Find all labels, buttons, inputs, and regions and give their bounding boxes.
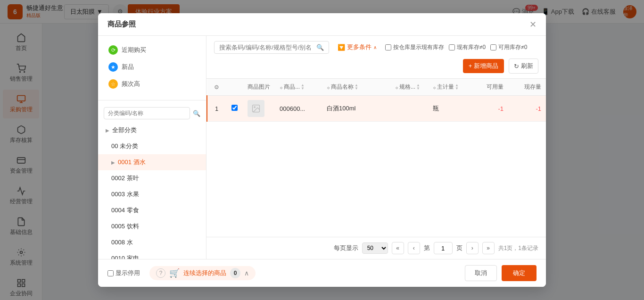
category-search-input[interactable] bbox=[104, 107, 190, 119]
quick-nav-new[interactable]: ★ 新品 bbox=[104, 58, 200, 75]
footer-cart[interactable]: ? 🛒 连续选择的商品 0 ∧ bbox=[149, 266, 256, 280]
row-checkbox-cell[interactable] bbox=[226, 96, 243, 122]
cat-item-all[interactable]: ▶ 全部分类 bbox=[98, 122, 206, 138]
page-number-input[interactable] bbox=[434, 242, 453, 254]
add-product-btn[interactable]: + 新增商品 bbox=[463, 59, 504, 73]
th-avail: 可用量 bbox=[466, 79, 508, 96]
modal-close-button[interactable]: ✕ bbox=[529, 24, 537, 29]
more-filter-btn[interactable]: 🔽 更多条件 ∧ bbox=[334, 41, 380, 54]
freq-icon: ☆ bbox=[108, 79, 118, 89]
content-area: 商品参照 ✕ ⟳ 近期购买 ★ 新品 bbox=[42, 24, 644, 300]
category-tree: ▶ 全部分类 00 未分类 ▶ 0001 酒水 0002 茶 bbox=[98, 122, 206, 259]
refresh-btn[interactable]: ↻ 刷新 bbox=[509, 58, 538, 74]
cat-item-0001[interactable]: ▶ 0001 酒水 bbox=[98, 154, 206, 170]
product-search-input[interactable] bbox=[219, 44, 314, 51]
left-divider bbox=[98, 100, 206, 100]
footer-right: 取消 确定 bbox=[465, 265, 537, 281]
help-icon[interactable]: ? bbox=[156, 268, 165, 278]
category-search: 🔍 bbox=[98, 104, 206, 122]
cat-item-00[interactable]: 00 未分类 bbox=[98, 138, 206, 154]
confirm-btn[interactable]: 确定 bbox=[502, 265, 537, 281]
product-search-icon[interactable]: 🔍 bbox=[316, 44, 324, 51]
main-layout: 首页 销售管理 采购管理 库存核算 资金管理 经营管理 基础信息 系统管理 bbox=[0, 24, 644, 300]
product-search-wrap: 🔍 bbox=[214, 41, 329, 54]
product-thumb bbox=[248, 100, 264, 117]
prev-page-btn[interactable]: ‹ bbox=[408, 242, 420, 254]
product-table-wrap: ⚙ 商品图片 ⬦ 商品... bbox=[206, 79, 546, 237]
row-name: 白酒100ml bbox=[322, 96, 390, 122]
th-check bbox=[226, 79, 243, 96]
cat-item-0004[interactable]: 0004 零食 bbox=[98, 202, 206, 218]
show-disabled-checkbox[interactable] bbox=[107, 270, 114, 276]
filter-bar: 🔍 🔽 更多条件 ∧ 按仓库显示现有库存 bbox=[206, 36, 546, 79]
cat-item-0002[interactable]: 0002 茶叶 bbox=[98, 170, 206, 186]
recent-icon: ⟳ bbox=[108, 45, 118, 55]
row-unit: 瓶 bbox=[428, 96, 466, 122]
th-name[interactable]: ⬦ 商品名称 ▲▼ bbox=[322, 79, 390, 96]
row-checkbox[interactable] bbox=[231, 105, 238, 111]
new-icon: ★ bbox=[108, 62, 118, 72]
pagination-bar: 每页显示 50 20 100 « ‹ 第 页 › bbox=[206, 237, 546, 259]
product-ref-modal: 商品参照 ✕ ⟳ 近期购买 ★ 新品 bbox=[98, 24, 546, 287]
filter-available-stock[interactable]: 可用库存≠0 bbox=[490, 43, 527, 51]
cat-item-0003[interactable]: 0003 水果 bbox=[98, 186, 206, 202]
right-panel: 🔍 🔽 更多条件 ∧ 按仓库显示现有库存 bbox=[206, 36, 546, 259]
th-img: 商品图片 bbox=[243, 79, 275, 96]
filter-available-stock-checkbox[interactable] bbox=[490, 44, 496, 50]
row-spec bbox=[390, 96, 428, 122]
filter-positive-stock-checkbox[interactable] bbox=[449, 44, 455, 50]
left-panel: ⟳ 近期购买 ★ 新品 ☆ 频次高 bbox=[98, 36, 206, 259]
row-img-cell bbox=[243, 96, 275, 122]
cat-item-0008[interactable]: 0008 水 bbox=[98, 234, 206, 250]
th-code[interactable]: ⬦ 商品... ▲▼ bbox=[275, 79, 322, 96]
row-avail: -1 bbox=[466, 96, 508, 122]
table-header-row: ⚙ 商品图片 ⬦ 商品... bbox=[207, 79, 546, 96]
quick-nav: ⟳ 近期购买 ★ 新品 ☆ 频次高 bbox=[98, 42, 206, 96]
cat-item-0005[interactable]: 0005 饮料 bbox=[98, 218, 206, 234]
last-page-btn[interactable]: » bbox=[482, 242, 495, 254]
row-num: 1 bbox=[207, 96, 226, 122]
filter-positive-stock[interactable]: 现有库存≠0 bbox=[449, 43, 486, 51]
th-unit[interactable]: ⬦ 主计量 ▲▼ bbox=[428, 79, 466, 96]
modal-footer: 显示停用 ? 🛒 连续选择的商品 0 ∧ 取消 确定 bbox=[98, 259, 546, 287]
modal-header: 商品参照 ✕ bbox=[98, 24, 546, 36]
modal-overlay: 商品参照 ✕ ⟳ 近期购买 ★ 新品 bbox=[42, 24, 644, 300]
product-table: ⚙ 商品图片 ⬦ 商品... bbox=[206, 79, 546, 122]
cancel-btn[interactable]: 取消 bbox=[465, 265, 497, 281]
th-spec[interactable]: ⬦ 规格... ▲▼ bbox=[390, 79, 428, 96]
row-code: 000600... bbox=[275, 96, 322, 122]
cat-item-0010[interactable]: 0010 家电 bbox=[98, 250, 206, 259]
page-total-info: 共1页，1条记录 bbox=[498, 244, 538, 252]
table-row[interactable]: 1 bbox=[207, 96, 546, 122]
modal-body: ⟳ 近期购买 ★ 新品 ☆ 频次高 bbox=[98, 36, 546, 259]
quick-nav-freq[interactable]: ☆ 频次高 bbox=[104, 75, 200, 92]
filter-by-warehouse-checkbox[interactable] bbox=[385, 44, 391, 50]
show-disabled-label[interactable]: 显示停用 bbox=[107, 269, 140, 277]
cart-count-badge: 0 bbox=[230, 268, 240, 278]
svg-point-15 bbox=[254, 107, 256, 108]
row-stock: -1 bbox=[508, 96, 546, 122]
th-stock: 现存量 bbox=[508, 79, 546, 96]
chevron-up-icon[interactable]: ∧ bbox=[244, 269, 249, 277]
table-settings-icon[interactable]: ⚙ bbox=[207, 79, 226, 96]
category-search-icon[interactable]: 🔍 bbox=[193, 110, 200, 117]
first-page-btn[interactable]: « bbox=[392, 242, 404, 254]
filter-by-warehouse[interactable]: 按仓库显示现有库存 bbox=[385, 43, 444, 51]
quick-nav-recent[interactable]: ⟳ 近期购买 bbox=[104, 42, 200, 58]
next-page-btn[interactable]: › bbox=[466, 242, 479, 254]
footer-left: 显示停用 bbox=[107, 269, 140, 277]
modal-title: 商品参照 bbox=[107, 24, 136, 29]
page-size-select[interactable]: 50 20 100 bbox=[362, 242, 388, 254]
